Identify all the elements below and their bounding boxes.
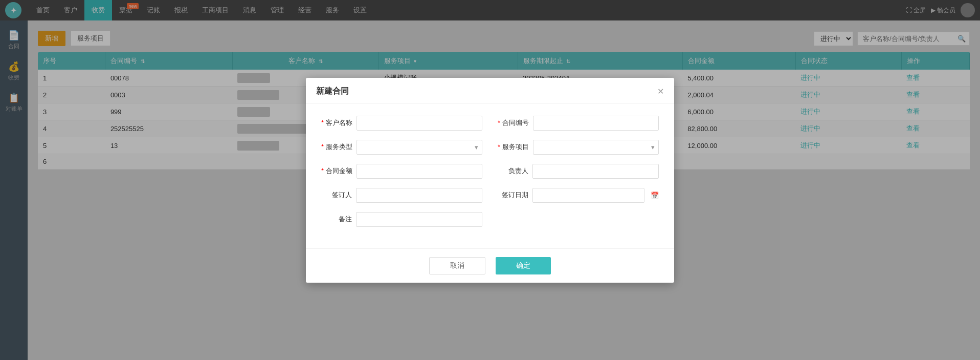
form-row-2: 服务类型 服务项目: [321, 140, 659, 155]
contract-amount-label: 合同金额: [321, 166, 352, 176]
service-type-select[interactable]: [357, 140, 482, 155]
customer-name-field: 客户名称: [321, 116, 482, 131]
remark-field: 备注: [321, 212, 482, 227]
service-type-select-wrap: [357, 140, 482, 155]
dialog-footer: 取消 确定: [306, 248, 674, 283]
responsible-person-field: 负责人: [498, 164, 659, 179]
calendar-icon[interactable]: 📅: [651, 192, 659, 199]
new-contract-dialog: 新建合同 ✕ 客户名称 合同编号 服务类型: [306, 78, 674, 283]
customer-name-input[interactable]: [357, 116, 482, 131]
service-item-field: 服务项目: [498, 140, 659, 155]
customer-name-label: 客户名称: [321, 118, 352, 128]
sign-date-field: 签订日期 2023-06-06 📅: [498, 188, 659, 203]
sign-date-label: 签订日期: [498, 190, 528, 200]
remark-label: 备注: [321, 215, 352, 224]
remark-input[interactable]: [356, 212, 482, 227]
contract-amount-field: 合同金额 0.00: [321, 164, 482, 179]
dialog-body: 客户名称 合同编号 服务类型 服务项目: [306, 103, 674, 248]
service-item-select[interactable]: [533, 140, 659, 155]
dialog-header: 新建合同 ✕: [306, 78, 674, 103]
service-type-label: 服务类型: [321, 142, 352, 152]
signer-field: 签订人: [321, 188, 482, 203]
close-icon[interactable]: ✕: [657, 87, 664, 96]
cancel-button[interactable]: 取消: [429, 257, 485, 274]
contract-amount-input[interactable]: 0.00: [357, 164, 482, 179]
contract-no-label: 合同编号: [498, 118, 529, 128]
service-type-field: 服务类型: [321, 140, 482, 155]
modal-overlay[interactable]: 新建合同 ✕ 客户名称 合同编号 服务类型: [0, 0, 980, 360]
contract-no-field: 合同编号: [498, 116, 659, 131]
contract-no-input[interactable]: [533, 116, 659, 131]
signer-label: 签订人: [321, 190, 352, 200]
sign-date-input[interactable]: 2023-06-06: [532, 188, 644, 203]
signer-input[interactable]: [356, 188, 482, 203]
confirm-button[interactable]: 确定: [496, 257, 551, 274]
form-row-1: 客户名称 合同编号: [321, 116, 659, 131]
service-item-label: 服务项目: [498, 142, 529, 152]
service-item-select-wrap: [533, 140, 659, 155]
form-row-3: 合同金额 0.00 负责人: [321, 164, 659, 179]
form-row-5: 备注: [321, 212, 659, 227]
responsible-person-label: 负责人: [498, 166, 528, 176]
dialog-title: 新建合同: [316, 86, 349, 97]
form-row-4: 签订人 签订日期 2023-06-06 📅: [321, 188, 659, 203]
responsible-person-input[interactable]: [532, 164, 659, 179]
